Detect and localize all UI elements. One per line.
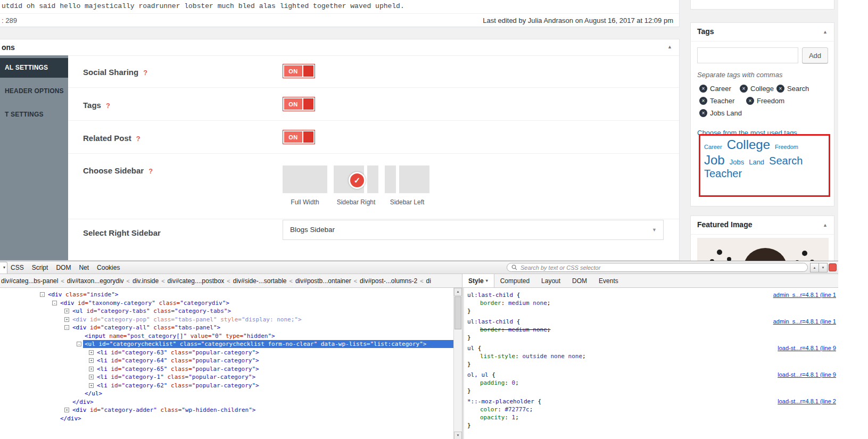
dom-tree-node[interactable]: -<div class="inside"> [0, 291, 453, 299]
css-declaration: border: medium none; [467, 326, 838, 334]
dom-tree-node[interactable]: +<li id="category-65" class="popular-cat… [0, 365, 453, 374]
code-token: id= [108, 382, 122, 389]
dom-tree-node[interactable]: -<div id="taxonomy-category" class="cate… [0, 299, 453, 308]
breadcrumb-item[interactable]: div#categ....postbox [168, 277, 225, 285]
cloud-tag-link[interactable]: Land [749, 158, 764, 166]
sidebar-choice-sidebar-right[interactable]: ✓Sidebar Right [334, 165, 378, 206]
code-token: { [489, 371, 495, 378]
featured-image-header[interactable]: Featured Image ▲ [691, 216, 834, 235]
search-next-button[interactable]: ▼ [819, 263, 828, 272]
remove-tag-icon[interactable]: × [699, 97, 707, 105]
cloud-tag-link[interactable]: Freedom [775, 144, 798, 150]
remove-tag-icon[interactable]: × [776, 85, 784, 93]
firebug-tab-dom[interactable]: DOM [56, 264, 71, 271]
node-markup: <div id="taxonomy-category" class="categ… [60, 299, 229, 308]
dom-tree-node[interactable]: -<ul id="categorychecklist" class="categ… [0, 340, 453, 349]
collapse-icon[interactable]: ▲ [823, 29, 828, 35]
css-source-link[interactable]: admin_s...r=4.8.1 (line 1 [773, 292, 836, 298]
scroll-up-icon[interactable]: ▲ [454, 288, 462, 296]
dom-tree-node[interactable]: +<li id="category-1" class="popular-cate… [0, 373, 453, 382]
firebug-tab-css[interactable]: CSS [11, 264, 24, 271]
breadcrumb-item[interactable]: div#taxon...egorydiv [67, 277, 124, 285]
expander-icon[interactable]: - [77, 342, 81, 346]
new-tag-input[interactable] [697, 47, 798, 63]
dom-tree-node[interactable]: +<ul id="category-tabs" class="category-… [0, 307, 453, 316]
html-panel-scrollbar[interactable]: ▲ ▼ [453, 288, 462, 439]
css-declaration: opacity: 1; [467, 413, 838, 421]
dom-tree-node[interactable]: </ul> [0, 390, 453, 398]
code-token: > [255, 366, 259, 372]
dom-tree-node[interactable]: </div> [0, 398, 453, 407]
search-placeholder: Search by text or CSS selector [520, 264, 600, 271]
cloud-tag-link[interactable]: Job [704, 153, 725, 167]
expander-icon[interactable]: + [89, 375, 94, 379]
scroll-down-icon[interactable]: ▼ [454, 432, 462, 439]
scrollbar-thumb[interactable] [454, 296, 461, 329]
style-panel-tab-layout[interactable]: Layout [535, 274, 566, 287]
firebug-search-box[interactable]: Search by text or CSS selector [507, 263, 808, 272]
add-tag-button[interactable]: Add [802, 47, 828, 63]
css-source-link[interactable]: admin_s...r=4.8.1 (line 1 [773, 318, 836, 325]
style-panel-tab-computed[interactable]: Computed [494, 274, 535, 287]
expander-icon[interactable]: + [89, 358, 94, 363]
breadcrumb-item[interactable]: div.inside [133, 277, 159, 285]
firebug-tab-cookies[interactable]: Cookies [97, 264, 120, 271]
search-prev-button[interactable]: ▲ [810, 263, 819, 272]
firebug-tab-script[interactable]: Script [32, 264, 48, 271]
remove-tag-icon[interactable]: × [699, 85, 707, 93]
css-source-link[interactable]: load-st...r=4.8.1 (line 2 [778, 398, 836, 404]
cloud-tag-link[interactable]: College [727, 137, 770, 152]
expander-icon[interactable]: + [64, 309, 69, 313]
style-panel-tab-events[interactable]: Events [593, 274, 624, 287]
breadcrumb-item[interactable]: div#postb...ontainer [295, 277, 351, 285]
css-source-link[interactable]: load-st...r=4.8.1 (line 9 [778, 371, 836, 378]
dom-tree-node[interactable]: +<div id="category-adder" class="wp-hidd… [0, 406, 453, 415]
expander-icon[interactable]: - [40, 292, 45, 297]
expander-icon[interactable]: + [64, 317, 69, 322]
remove-tag-icon[interactable]: × [740, 85, 748, 93]
dom-tree-node[interactable]: <input name="post_category[]" value="0" … [0, 332, 453, 341]
cloud-tag-link[interactable]: Career [704, 144, 722, 150]
featured-image-thumbnail[interactable] [697, 238, 829, 261]
dom-tree-node[interactable]: +<li id="category-64" class="popular-cat… [0, 357, 453, 365]
breadcrumb-separator: < [127, 278, 130, 284]
expander-icon[interactable]: + [89, 383, 94, 388]
html-tab-fragment[interactable]: ▾ [0, 262, 7, 274]
code-token: { [534, 398, 541, 405]
breadcrumb-item[interactable]: div#post-...olumns-2 [360, 277, 417, 285]
sidebar-choice-sidebar-left[interactable]: Sidebar Left [385, 165, 429, 206]
remove-tag-icon[interactable]: × [746, 97, 754, 105]
firebug-tab-net[interactable]: Net [79, 264, 89, 271]
expander-icon[interactable]: + [89, 350, 94, 355]
dom-tree-node[interactable]: </div> [0, 415, 453, 423]
breadcrumb-item[interactable]: div#categ...bs-panel [1, 277, 58, 285]
dom-tree-node[interactable]: +<li id="category-63" class="popular-cat… [0, 349, 453, 357]
code-token: > [255, 382, 259, 389]
code-token: "tabs-panel" [175, 324, 217, 331]
cloud-tag-link[interactable]: Jobs [730, 158, 744, 166]
tag-chip-label: Jobs Land [710, 109, 742, 117]
cloud-tag-link[interactable]: Teacher [704, 168, 742, 179]
breadcrumb-item[interactable]: div#side-...sortable [233, 277, 287, 285]
expander-icon[interactable]: + [89, 367, 94, 371]
sidebar-choice-full-width[interactable]: Full Width [283, 165, 327, 206]
style-panel-tab-dom[interactable]: DOM [566, 274, 593, 287]
breadcrumb-item[interactable]: di [426, 277, 431, 285]
right-sidebar-select[interactable]: Blogs Sidebar ▼ [283, 220, 664, 240]
firebug-close-button[interactable] [829, 263, 837, 271]
expander-icon[interactable]: + [64, 408, 69, 412]
collapse-icon[interactable]: ▲ [823, 222, 828, 228]
code-token: <div [48, 291, 62, 298]
code-token: id= [95, 341, 110, 347]
expander-icon[interactable]: - [64, 325, 69, 330]
css-source-link[interactable]: load-st...r=4.8.1 (line 9 [778, 345, 836, 351]
style-panel-tab-style[interactable]: Style▾ [462, 274, 494, 287]
remove-tag-icon[interactable]: × [699, 109, 707, 117]
dom-tree-node[interactable]: -<div id="category-all" class="tabs-pane… [0, 324, 453, 332]
dom-tree-node[interactable]: +<li id="category-62" class="popular-cat… [0, 382, 453, 390]
expander-icon[interactable]: - [52, 301, 57, 305]
dom-tree-node[interactable]: +<div id="category-pop" class="tabs-pane… [0, 316, 453, 324]
cloud-tag-link[interactable]: Search [769, 155, 803, 167]
tags-metabox-header[interactable]: Tags ▲ [691, 23, 834, 42]
firebug-toolbar: ▾ CSSScriptDOMNetCookies Search by text … [0, 261, 838, 274]
